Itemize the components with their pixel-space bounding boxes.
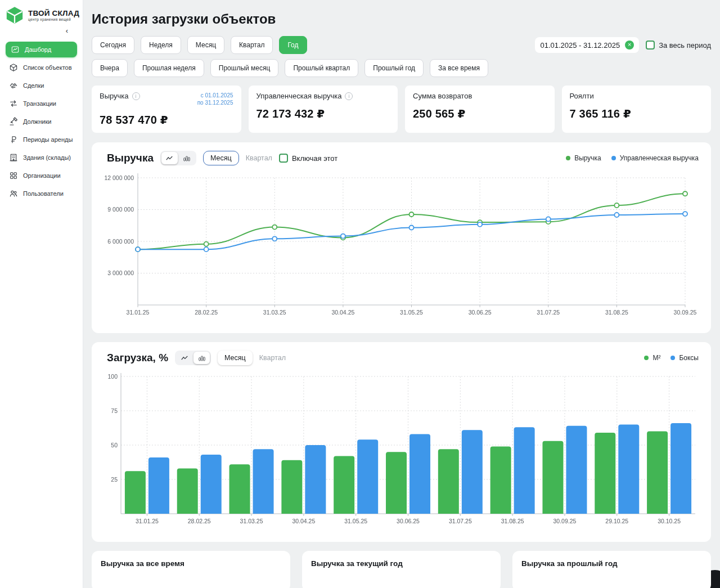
logo-subtitle: центр хранения вещей [28, 17, 79, 21]
filter-last-month-button[interactable]: Прошлый месяц [210, 59, 279, 77]
sidebar-collapse-button[interactable]: ‹ [0, 26, 83, 36]
filter-week-button[interactable]: Неделя [141, 36, 181, 54]
revenue-chart-title: Выручка [101, 152, 154, 164]
info-icon[interactable]: i [345, 92, 353, 100]
revenue-chart-card: Выручка Месяц Квартал Включая этот Выруч… [92, 142, 711, 333]
main-content: История загрузки объектов Сегодня Неделя… [83, 0, 720, 588]
svg-text:31.05.25: 31.05.25 [344, 518, 367, 524]
card-title: Выручка за прошлый год [521, 559, 702, 568]
svg-text:31.07.25: 31.07.25 [449, 518, 472, 524]
load-chart-header: Загрузка, % Месяц Квартал М² Боксы [101, 351, 702, 365]
bar-chart-toggle[interactable] [179, 152, 195, 164]
sidebar-item-rent-periods[interactable]: Периоды аренды [4, 132, 79, 147]
logo-title: ТВОЙ СКЛАД [28, 9, 79, 17]
deals-icon [9, 81, 18, 90]
month-mode-button[interactable]: Месяц [218, 351, 253, 365]
sidebar-item-label: Дашборд [25, 46, 51, 53]
sidebar-item-objects[interactable]: Список объектов [4, 60, 79, 75]
card-revenue-all-time: Выручка за все время [92, 551, 290, 588]
filter-month-button[interactable]: Месяц [187, 36, 224, 54]
svg-text:30.09.25: 30.09.25 [674, 309, 697, 316]
load-chart-title: Загрузка, % [101, 352, 168, 364]
date-range-input[interactable]: 01.01.2025 - 31.12.2025 × [535, 37, 639, 53]
stat-value: 250 565 ₽ [413, 107, 547, 120]
stat-label: Сумма возвратов [413, 92, 472, 100]
stat-value: 7 365 116 ₽ [570, 107, 704, 120]
sidebar-item-label: Здания (склады) [23, 154, 71, 161]
filter-quarter-button[interactable]: Квартал [231, 36, 273, 54]
legend-label-boxes: Боксы [679, 354, 699, 362]
legend-label-management: Управленческая выручка [620, 154, 699, 162]
revenue-line-chart[interactable]: 3 000 0006 000 0009 000 00012 000 00031.… [101, 170, 702, 327]
users-icon [9, 189, 18, 198]
include-current-toggle[interactable]: Включая этот [279, 154, 338, 163]
sidebar-item-transactions[interactable]: Транзакции [4, 96, 79, 111]
svg-text:50: 50 [111, 442, 118, 448]
bar-chart-icon [183, 155, 191, 161]
sidebar-item-deals[interactable]: Сделки [4, 78, 79, 93]
stat-value: 72 173 432 ₽ [256, 107, 390, 120]
stat-card-management-revenue: Управленческая выручка i 72 173 432 ₽ [249, 86, 398, 133]
svg-text:9 000 000: 9 000 000 [107, 206, 134, 213]
chart-type-toggle [160, 151, 196, 165]
clear-date-icon[interactable]: × [625, 41, 634, 50]
card-title: Выручка за все время [101, 559, 281, 568]
svg-text:31.05.25: 31.05.25 [400, 309, 423, 316]
svg-text:30.06.25: 30.06.25 [469, 309, 492, 316]
load-bar-chart[interactable]: 25507510031.01.2528.02.2531.03.2530.04.2… [101, 370, 702, 536]
quarter-mode-button[interactable]: Квартал [246, 154, 272, 162]
svg-text:28.02.25: 28.02.25 [188, 518, 211, 524]
stat-label: Управленческая выручка [256, 92, 342, 100]
line-chart-toggle[interactable] [176, 352, 192, 364]
sidebar-item-dashboard[interactable]: Дашборд [6, 42, 77, 57]
svg-text:31.03.25: 31.03.25 [240, 518, 263, 524]
sidebar-item-organizations[interactable]: Организации [4, 168, 79, 183]
bottom-cards-row: Выручка за все время Выручка за текущий … [92, 551, 711, 588]
sidebar-nav: Дашборд Список объектов Сделки Транзакци… [0, 36, 83, 201]
bar-chart-toggle[interactable] [194, 352, 210, 364]
svg-text:31.07.25: 31.07.25 [537, 309, 560, 316]
info-icon[interactable]: i [132, 92, 140, 100]
svg-text:30.04.25: 30.04.25 [292, 518, 315, 524]
month-mode-button[interactable]: Месяц [203, 151, 239, 165]
whole-period-checkbox[interactable] [646, 41, 655, 50]
whole-period-toggle[interactable]: За весь период [646, 41, 711, 50]
load-chart-card: Загрузка, % Месяц Квартал М² Боксы 25507… [92, 342, 711, 542]
card-revenue-current-year: Выручка за текущий год [302, 551, 501, 588]
line-chart-toggle[interactable] [161, 152, 178, 164]
sidebar-item-users[interactable]: Пользователи [4, 186, 79, 201]
filter-yesterday-button[interactable]: Вчера [92, 59, 128, 77]
date-range-value: 01.01.2025 - 31.12.2025 [540, 41, 620, 50]
card-revenue-last-year: Выручка за прошлый год [512, 551, 711, 588]
debtors-icon [9, 117, 18, 126]
filter-last-week-button[interactable]: Прошлая неделя [134, 59, 204, 77]
page-title: История загрузки объектов [92, 11, 711, 27]
include-current-checkbox[interactable] [279, 154, 288, 163]
chart-type-toggle [175, 351, 211, 365]
svg-text:31.08.25: 31.08.25 [605, 309, 628, 316]
svg-text:31.01.25: 31.01.25 [136, 518, 159, 524]
svg-text:31.03.25: 31.03.25 [263, 309, 286, 316]
quarter-mode-button[interactable]: Квартал [259, 354, 286, 362]
filter-today-button[interactable]: Сегодня [92, 36, 134, 54]
stat-card-royalty: Роялти 7 365 116 ₽ [562, 86, 712, 133]
include-current-label: Включая этот [292, 154, 338, 163]
line-chart-icon [165, 155, 173, 161]
sidebar: ТВОЙ СКЛАД центр хранения вещей ‹ Дашбор… [0, 0, 83, 588]
filter-last-quarter-button[interactable]: Прошлый квартал [285, 59, 358, 77]
svg-text:29.10.25: 29.10.25 [605, 518, 628, 524]
line-chart-icon [181, 355, 188, 361]
sidebar-item-debtors[interactable]: Должники [4, 114, 79, 129]
revenue-chart-header: Выручка Месяц Квартал Включая этот Выруч… [101, 151, 702, 165]
stat-card-returns: Сумма возвратов 250 565 ₽ [405, 86, 555, 133]
filter-last-year-button[interactable]: Прошлый год [364, 59, 424, 77]
filter-year-button[interactable]: Год [279, 36, 307, 54]
sidebar-item-buildings[interactable]: Здания (склады) [4, 150, 79, 165]
whole-period-label: За весь период [659, 41, 711, 50]
date-tools: 01.01.2025 - 31.12.2025 × За весь период [535, 37, 711, 53]
objects-icon [9, 63, 18, 72]
svg-text:30.09.25: 30.09.25 [554, 518, 577, 524]
stat-card-revenue: Выручка i с 01.01.2025 по 31.12.2025 78 … [92, 86, 241, 133]
filter-all-time-button[interactable]: За все время [430, 59, 488, 77]
buildings-icon [9, 153, 18, 162]
